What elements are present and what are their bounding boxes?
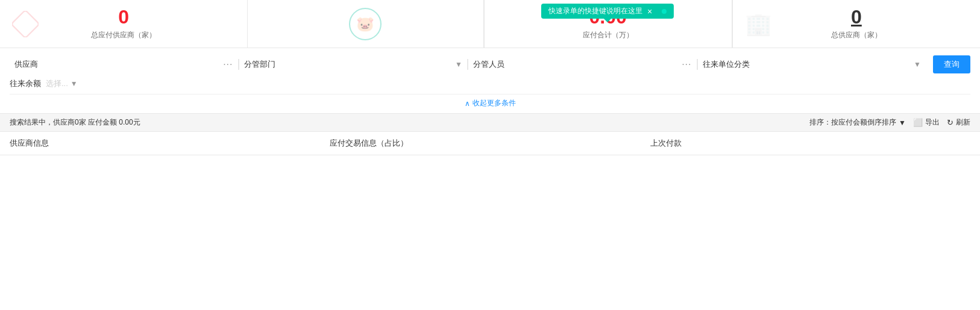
refresh-button[interactable]: ↻ 刷新 (947, 117, 970, 128)
stat-total-payable-supplier: 0 总应付供应商（家） (0, 0, 248, 48)
diamond-icon (12, 11, 39, 37)
supplier-input[interactable] (43, 60, 223, 69)
refresh-icon: ↻ (947, 118, 953, 127)
total-supplier-label: 总供应商（家） (831, 30, 882, 40)
department-chevron-icon[interactable]: ▼ (455, 60, 462, 69)
col-supplier-header: 供应商信息 (10, 138, 330, 149)
person-more-icon[interactable]: ··· (682, 59, 691, 70)
collapse-label: 收起更多条件 (473, 98, 516, 108)
search-row-1: 供应商 ··· 分管部门 ▼ 分管人员 ··· 往来单位分类 ▼ 查询 (10, 55, 970, 73)
sort-chevron-icon: ▼ (899, 119, 906, 127)
sort-button[interactable]: 排序：按应付会额倒序排序 ▼ (809, 117, 906, 128)
search-row-2: 往来余额 选择... ▼ (10, 78, 970, 89)
query-button[interactable]: 查询 (933, 55, 970, 73)
person-field: 分管人员 ··· (468, 59, 697, 70)
department-field-label: 分管部门 (244, 59, 275, 70)
balance-field: 往来余额 选择... ▼ (10, 78, 142, 89)
unit-category-label: 往来单位分类 (703, 59, 750, 70)
stats-bar: 0 总应付供应商（家） 🐷 0.00 应付合计（万） 快速录单的快捷键说明在这里… (0, 0, 980, 48)
supplier-label: 总应付供应商（家） (91, 30, 156, 40)
table-header: 供应商信息 应付交易信息（占比） 上次付款 (0, 132, 980, 155)
chevron-up-icon: ∧ (465, 99, 470, 108)
tooltip-dot-icon (662, 9, 667, 14)
refresh-label: 刷新 (956, 117, 970, 128)
collapse-button[interactable]: ∧ 收起更多条件 (465, 98, 516, 108)
col-lastpay-header: 上次付款 (650, 138, 970, 149)
stat-payable-total: 🐷 (248, 0, 483, 48)
unit-category-input[interactable] (755, 60, 914, 69)
balance-chevron-icon[interactable]: ▼ (71, 79, 78, 88)
search-section: 供应商 ··· 分管部门 ▼ 分管人员 ··· 往来单位分类 ▼ 查询 往来余额 (0, 48, 980, 113)
collapse-bar: ∧ 收起更多条件 (10, 94, 970, 113)
stat-total-supplier: 🏢 0 总供应商（家） (732, 0, 980, 48)
export-label: 导出 (925, 117, 940, 128)
person-field-label: 分管人员 (473, 59, 504, 70)
unit-category-chevron-icon[interactable]: ▼ (914, 60, 921, 69)
result-actions: 排序：按应付会额倒序排序 ▼ ⬜ 导出 ↻ 刷新 (809, 117, 970, 128)
col-transaction-header: 应付交易信息（占比） (330, 138, 650, 149)
export-button[interactable]: ⬜ 导出 (913, 117, 940, 128)
payable-label: 应付合计（万） (583, 30, 633, 40)
tooltip-text: 快速录单的快捷键说明在这里 (548, 6, 642, 16)
building-icon: 🏢 (745, 11, 772, 37)
export-icon: ⬜ (913, 118, 923, 127)
svg-rect-0 (12, 11, 39, 37)
sort-label: 排序：按应付会额倒序排序 (809, 117, 896, 128)
table-body (0, 155, 980, 276)
pig-icon: 🐷 (349, 8, 382, 40)
supplier-more-icon[interactable]: ··· (223, 59, 233, 70)
balance-label: 往来余额 (10, 78, 41, 89)
supplier-field-label: 供应商 (14, 59, 39, 70)
department-input[interactable] (280, 60, 456, 69)
unit-category-field: 往来单位分类 ▼ (697, 59, 926, 70)
result-info: 搜索结果中，供应商0家 应付金额 0.00元 (10, 117, 140, 128)
shortcut-tooltip: 快速录单的快捷键说明在这里 × (541, 4, 674, 19)
tooltip-close-icon[interactable]: × (647, 7, 652, 16)
result-bar: 搜索结果中，供应商0家 应付金额 0.00元 排序：按应付会额倒序排序 ▼ ⬜ … (0, 113, 980, 132)
total-supplier-count: 0 (851, 7, 862, 26)
supplier-field: 供应商 ··· (10, 59, 239, 70)
person-input[interactable] (509, 60, 682, 69)
balance-placeholder: 选择... (46, 78, 68, 89)
department-field: 分管部门 ▼ (239, 59, 468, 70)
supplier-count: 0 (118, 7, 129, 26)
